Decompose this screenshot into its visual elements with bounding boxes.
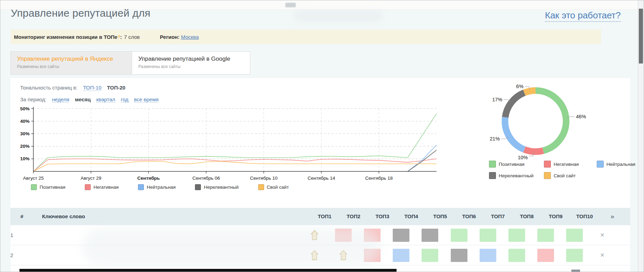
region-label: Регион:: [160, 34, 180, 40]
tonality-cell-neg: [537, 249, 554, 262]
period-option-1[interactable]: неделя: [52, 96, 70, 103]
legend-label: Негативная: [93, 185, 119, 190]
legend-swatch-icon: [31, 184, 37, 190]
line-chart-legend: ПозитивнаяНегативнаяНейтральнаяНерелеван…: [31, 184, 308, 190]
legend-swatch-icon: [85, 184, 91, 190]
legend-item: Свой сайт: [544, 172, 597, 179]
tonality-cell-pos: [566, 229, 583, 242]
monitoring-bar: Мониторинг изменения позиции в ТОПе?: 7 …: [11, 29, 601, 44]
column-header-top10: ТОП10: [574, 208, 595, 225]
region-link[interactable]: Москва: [181, 34, 199, 40]
legend-swatch-icon: [489, 161, 496, 168]
tonality-cell-pos: [508, 249, 525, 262]
tonality-cell-pos: [422, 249, 438, 262]
vertical-scrollbar[interactable]: [638, 0, 644, 272]
period-option-2[interactable]: месяц: [75, 96, 91, 102]
column-header-num: #: [18, 208, 26, 225]
redacted-fragment: [571, 270, 580, 272]
legend-label: Позитивная: [40, 185, 65, 190]
donut-chart-legend: ПозитивнаяНегативнаяНейтральнаяНерелеван…: [489, 161, 638, 179]
redacted-chip: [285, 3, 296, 7]
tab-google[interactable]: Управление репутацией в Google Размечены…: [132, 51, 250, 75]
tab-google-title: Управление репутацией в Google: [138, 56, 244, 62]
period-switcher: За период:неделямесяцкварталгодвсе время: [20, 96, 158, 102]
period-option-4[interactable]: год: [121, 96, 129, 103]
legend-swatch-icon: [544, 161, 551, 168]
delete-keyword-button[interactable]: ✕: [599, 225, 606, 245]
legend-item: Нейтральная: [138, 184, 176, 190]
tonality-option-1[interactable]: ТОП-10: [83, 85, 101, 91]
tonality-switcher: Тональность страниц в:ТОП-10ТОП-20: [20, 85, 125, 91]
reputation-dashboard: Управление репутацией для Как это работа…: [0, 0, 644, 272]
period-option-5[interactable]: все время: [134, 96, 158, 103]
legend-swatch-icon: [258, 184, 264, 190]
page-title: Управление репутацией для: [11, 7, 150, 19]
column-header-top3: ТОП3: [372, 208, 393, 225]
column-header-top2: ТОП2: [343, 208, 364, 225]
scrollbar-thumb[interactable]: [639, 9, 643, 63]
svg-text:50%: 50%: [20, 106, 30, 111]
keywords-table-header: #Ключевое словоТОП1ТОП2ТОП3ТОП4ТОП5ТОП6Т…: [10, 208, 630, 225]
delete-keyword-button[interactable]: ✕: [599, 245, 606, 265]
tonality-option-2[interactable]: ТОП-20: [107, 85, 125, 91]
legend-label: Нерелевантный: [499, 173, 533, 178]
svg-text:Сентябрь 14: Сентябрь 14: [308, 176, 335, 181]
legend-item: Нейтральная: [597, 161, 638, 168]
column-header-top8: ТОП8: [516, 208, 537, 225]
tonality-label: Тональность страниц в:: [20, 85, 78, 91]
how-it-works-link[interactable]: Как это работает?: [545, 10, 621, 22]
svg-text:40%: 40%: [20, 119, 30, 124]
tonality-cell-pos: [451, 229, 467, 242]
row-number: 2: [8, 245, 16, 265]
svg-text:10%: 10%: [20, 156, 30, 161]
tonality-cell-pos: [480, 229, 496, 242]
legend-label: Негативная: [554, 162, 579, 167]
tonality-cell-irr: [451, 249, 467, 262]
column-header-top1: ТОП1: [314, 208, 335, 225]
legend-label: Нерелевантный: [204, 185, 238, 190]
svg-text:10%: 10%: [518, 155, 528, 160]
legend-label: Свой сайт: [554, 173, 576, 178]
redacted-row: [19, 269, 397, 272]
svg-text:46%: 46%: [576, 114, 586, 119]
tonality-cell-pos: [508, 229, 525, 242]
monitored-words-count: 7 слов: [124, 34, 140, 40]
column-header-keyword: Ключевое слово: [42, 208, 146, 225]
legend-label: Позитивная: [499, 162, 524, 167]
svg-text:21%: 21%: [490, 136, 500, 142]
svg-text:Сентябрь 10: Сентябрь 10: [250, 176, 277, 181]
redacted-keywords: [82, 228, 381, 266]
tab-yandex-title: Управление репутацией в Яндексе: [17, 56, 125, 62]
column-header-top6: ТОП6: [459, 208, 480, 225]
legend-label: Свой сайт: [267, 185, 289, 190]
svg-text:20%: 20%: [20, 144, 30, 149]
legend-item: Нерелевантный: [489, 172, 544, 179]
legend-label: Нейтральная: [606, 162, 635, 167]
tonality-cell-irr: [422, 229, 438, 242]
tab-yandex[interactable]: Управление репутацией в Яндексе Размечен…: [10, 51, 132, 75]
tab-google-subtitle: Размечены все сайты: [138, 64, 244, 69]
legend-swatch-icon: [138, 184, 144, 190]
column-header-top4: ТОП4: [401, 208, 422, 225]
tonality-cell-irr: [393, 229, 409, 242]
legend-item: Негативная: [85, 184, 119, 190]
column-header-top7: ТОП7: [488, 208, 508, 225]
search-engine-tabs: Управление репутацией в Яндексе Размечен…: [10, 51, 250, 75]
svg-text:Сентябрь 06: Сентябрь 06: [193, 176, 220, 181]
tonality-cell-neu: [480, 249, 496, 262]
tonality-line-chart: 10%20%30%40%50%Август 25Август 29Сентябр…: [14, 104, 449, 184]
period-option-3[interactable]: квартал: [96, 96, 115, 103]
monitoring-colon: :: [120, 34, 122, 40]
svg-text:Сентябрь: Сентябрь: [137, 176, 160, 181]
svg-text:30%: 30%: [20, 131, 30, 136]
more-columns-button[interactable]: »: [607, 208, 618, 225]
tonality-donut-chart: 46%10%21%17%6%: [486, 82, 594, 161]
tonality-cell-pos: [566, 249, 583, 262]
legend-item: Позитивная: [31, 184, 65, 190]
tab-yandex-subtitle: Размечены все сайты: [17, 64, 125, 69]
legend-swatch-icon: [597, 161, 604, 168]
help-question-icon[interactable]: ?: [118, 35, 120, 39]
legend-item: Нерелевантный: [195, 184, 238, 190]
svg-text:Сентябрь 18: Сентябрь 18: [365, 176, 393, 181]
redacted-client-name: [294, 10, 383, 22]
